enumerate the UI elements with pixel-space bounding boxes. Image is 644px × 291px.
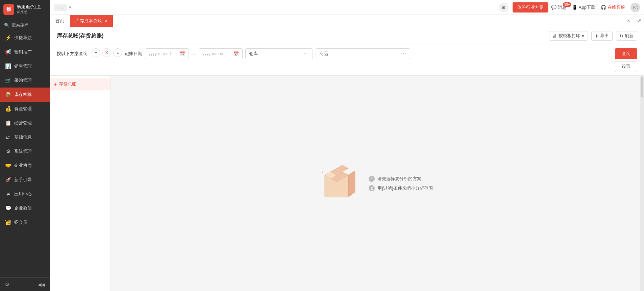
search-menu-label: 搜索菜单 [11,22,29,28]
calendar-end-icon: 📅 [233,51,239,56]
settings-footer-icon[interactable]: ⚙ [5,281,9,288]
main-area: ⌕ ⌕ ▾ ⚙ 体验行业方案 💬 消息 99+ 📱 App下载 🎧 在线客服 [50,0,644,291]
goods-select[interactable]: 商品 ··· [316,48,410,59]
tab-inventory-ledger[interactable]: 库存成本总账 × [70,15,113,27]
tip-1-num: 1 [369,176,375,182]
sidebar-item-quick-nav[interactable]: ⚡ 快捷导航 [0,31,50,45]
date-field-label: 记账日期 [125,51,142,57]
collapse-sidebar-icon[interactable]: ◀◀ [38,282,45,287]
page-header: 库存总账(存货总账) 🖨 按模板打印 ▾ ⬆ 导出 ↻ 刷新 [50,27,644,45]
trial-button[interactable]: 体验行业方案 [513,2,548,13]
sidebar-footer: ⚙ ◀◀ [0,277,50,291]
sidebar-logo: 畅 畅捷通好生意 标准版 [0,0,50,19]
export-icon: ⬆ [595,33,599,39]
filter-collapse-button[interactable]: « [113,48,122,57]
service-label: 在线客服 [608,4,625,10]
page-title: 库存总账(存货总账) [57,32,104,40]
print-button[interactable]: 🖨 按模板打印 ▾ [549,31,588,41]
svg-text:✦: ✦ [321,171,324,174]
date-end-input[interactable]: yyyy-mm-dd 📅 [199,48,243,59]
avatar-text: Rit [633,5,638,10]
content-area: 库存总账(存货总账) 🖨 按模板打印 ▾ ⬆ 导出 ↻ 刷新 按以下方案查询 [50,27,644,291]
content-body: ● 存货总账 [50,76,644,291]
operations-label: 经营管理 [14,120,32,126]
marketing-label: 营销推广 [14,49,32,55]
enterprise-wechat-label: 企业微信 [14,205,32,211]
system-icon: ⚙ [5,148,11,155]
date-start-placeholder: yyyy-mm-dd [149,51,171,56]
empty-tips: 1 请先选择要分析的方案 2 用[过滤]条件来缩小分析范围 [369,176,432,191]
breadcrumb-chevron: ▾ [69,5,71,10]
sidebar-item-operations[interactable]: 📋 经营管理 [0,116,50,130]
refresh-button[interactable]: ↻ 刷新 [616,31,637,41]
export-label: 导出 [600,33,609,39]
newbie-icon: 🚀 [5,176,11,183]
sidebar-item-enterprise[interactable]: 🤝 企业协同 [0,159,50,173]
search-button[interactable]: 查询 [615,48,637,59]
sidebar-item-basic[interactable]: 🗂 基础信息 [0,130,50,144]
app-download-button[interactable]: 📱 App下载 [572,4,595,10]
filter-add-button[interactable]: + [92,48,100,57]
sidebar-item-marketing[interactable]: 📢 营销推广 [0,45,50,59]
delete-icon: × [105,50,108,56]
sidebar-item-finance[interactable]: 💰 资金管理 [0,102,50,116]
sales-label: 销售管理 [14,63,32,69]
headset-icon: 🎧 [601,5,606,10]
resize-icon[interactable]: ⤢ [634,18,644,24]
online-service-button[interactable]: 🎧 在线客服 [601,4,625,10]
sidebar-item-member[interactable]: 👑 畅会员 [0,215,50,229]
app-download-label: App下载 [579,4,595,10]
print-label: 按模板打印 [559,33,580,39]
goods-label: 商品 [319,51,328,57]
date-end-placeholder: yyyy-mm-dd [202,51,224,56]
right-scrollbar[interactable] [640,76,644,291]
enterprise-wechat-icon: 💬 [5,205,11,212]
empty-illustration: ✦ ✦ [318,163,358,204]
sidebar-item-sales[interactable]: 📊 销售管理 [0,59,50,73]
warehouse-select[interactable]: 仓库 ··· [245,48,313,59]
add-icon: + [94,50,97,56]
sidebar-item-purchase[interactable]: 🛒 采购管理 [0,73,50,88]
sidebar-item-newbie[interactable]: 🚀 新手引导 [0,173,50,187]
user-avatar[interactable]: Rit [630,3,640,12]
filter-delete-button[interactable]: × [102,48,111,57]
messages-badge: 99+ [563,2,571,7]
empty-box-svg: ✦ ✦ [318,163,358,200]
tip-2-num: 2 [369,185,375,191]
marketing-icon: 📢 [5,49,11,55]
sidebar-item-app-center[interactable]: 🖥 应用中心 [0,187,50,201]
scheme-item-stock-ledger[interactable]: ● 存货总账 [50,78,110,90]
close-tab-icon[interactable]: × [105,19,107,23]
refresh-icon: ↻ [620,33,623,39]
filter-label: 按以下方案查询 [57,48,88,59]
sidebar-item-enterprise-wechat[interactable]: 💬 企业微信 [0,201,50,215]
newbie-label: 新手引导 [14,177,32,183]
empty-state: ✦ ✦ 1 请先选择要分析的方案 2 用[过滤]条件来缩小分析范围 [111,76,640,291]
sidebar-item-system[interactable]: ⚙ 系统管理 [0,144,50,159]
scrollbar-handle[interactable] [641,77,643,97]
sidebar-item-inventory[interactable]: 📦 库存核算 [0,88,50,102]
close-panel-button[interactable]: × [623,18,634,24]
sales-icon: 📊 [5,63,11,70]
refresh-label: 刷新 [625,33,634,39]
member-icon: 👑 [5,219,11,226]
search-menu[interactable]: 🔍 搜索菜单 [0,19,50,31]
svg-marker-2 [348,171,355,197]
export-button[interactable]: ⬆ 导出 [591,31,613,41]
enterprise-icon: 🤝 [5,162,11,169]
filter-settings-button[interactable]: 设置 [615,61,637,72]
filter-controls: 记账日期 yyyy-mm-dd 📅 — yyyy-mm-dd 📅 仓库 ··· [125,48,611,59]
breadcrumb-input[interactable]: ⌕ ⌕ [54,4,67,11]
date-separator: — [192,51,196,56]
app-version: 标准版 [17,10,41,15]
messages-button[interactable]: 💬 消息 99+ [551,4,567,10]
logo-icon: 畅 [3,4,14,15]
calendar-start-icon: 📅 [180,51,185,56]
topbar-gear-button[interactable]: ⚙ [499,3,509,12]
tab-home[interactable]: 首页 [50,15,70,27]
date-start-input[interactable]: yyyy-mm-dd 📅 [145,48,189,59]
app-center-label: 应用中心 [14,191,32,197]
finance-label: 资金管理 [14,106,32,112]
tip-1-text: 请先选择要分析的方案 [377,176,421,182]
purchase-icon: 🛒 [5,77,11,84]
